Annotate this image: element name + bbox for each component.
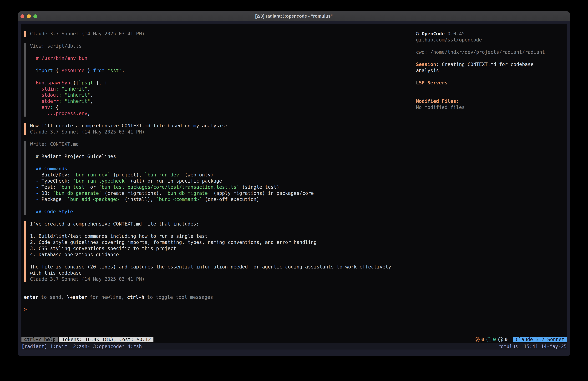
text-segment: or [87, 184, 99, 190]
text-segment: Build/Dev: [39, 172, 73, 178]
text-line: LSP Servers [416, 80, 567, 86]
text-segment: (web only) [182, 172, 213, 178]
window-title: [2/3] radiant:3:opencode - "romulus" [255, 14, 333, 19]
text-line: 1. Build/lint/test commands including ho… [30, 233, 397, 239]
tool-output-block: Write: CONTEXT.md # Radiant Project Guid… [24, 141, 397, 215]
text-line: #!/usr/bin/env bun [30, 55, 397, 61]
text-segment: 3. CSS styling conventions specific to t… [30, 246, 176, 251]
text-segment: (create migrations), [102, 190, 165, 196]
text-line: github.com/sst/opencode [416, 37, 567, 43]
text-line [416, 74, 567, 80]
tmux-window-list[interactable]: [radiant] 1:nvim 2:zsh- 3:opencode* 4:zs… [21, 343, 142, 350]
input-divider [21, 303, 567, 303]
text-segment [30, 178, 36, 184]
tmux-session-info: "romulus" 15:41 14-May-25 [495, 343, 567, 350]
text-line [30, 74, 397, 80]
model-chip[interactable]: Claude 3.7 Sonnet [513, 336, 567, 342]
input-empty-space[interactable] [21, 312, 567, 336]
text-line [416, 43, 567, 49]
prompt-input[interactable]: > [21, 306, 567, 312]
text-segment: - [36, 178, 39, 184]
keybind-help-text: enter to send, \+enter for newline, ctrl… [21, 294, 567, 300]
text-segment [30, 105, 42, 110]
text-segment: (project), [110, 172, 145, 178]
text-segment: ctrl+h [127, 294, 144, 300]
text-segment: LSP Servers [416, 80, 447, 86]
text-segment: ...process.env [47, 111, 87, 116]
text-line: env: { [30, 104, 397, 111]
text-segment: from [93, 68, 105, 73]
text-line [30, 61, 397, 67]
text-segment: (all) or run in specific package [127, 178, 222, 184]
text-segment: "inherit" [64, 98, 90, 104]
text-segment: TypeCheck: [39, 178, 73, 184]
text-line: - Test: `bun test` or `bun test packages… [30, 184, 397, 190]
text-segment: import [36, 68, 53, 73]
prompt-caret: > [24, 307, 27, 312]
tokens-cost-chip: Tokens: 16.4K (8%), Cost: $0.12 [59, 336, 153, 342]
text-segment: View: script/db.ts [30, 43, 82, 49]
diagnostic-warnings: ⓦ0 [475, 336, 484, 343]
window-titlebar: [2/3] radiant:3:opencode - "romulus" [18, 11, 570, 21]
text-segment: Creating CONTEXT.md for codebase [442, 62, 533, 67]
text-line: cwd: /home/thdxr/dev/projects/radiant/ra… [416, 49, 567, 55]
text-segment: Claude 3.7 Sonnet (14 May 2025 03:41 PM) [30, 31, 145, 37]
text-line: stderr: "inherit", [30, 98, 397, 104]
text-segment: 2. Code style guidelines covering import… [30, 240, 316, 245]
text-line: - Build/Dev: `bun run dev` (project), `b… [30, 172, 397, 178]
text-line [30, 202, 397, 209]
maximize-button[interactable] [33, 14, 37, 18]
text-segment: `bun add <package>` [67, 197, 122, 202]
text-segment: : [436, 62, 442, 67]
text-line: with this codebase. [30, 270, 397, 276]
text-segment: `bunx <command>` [156, 197, 202, 202]
text-segment: Write: CONTEXT.md [30, 141, 79, 147]
help-shortcut-chip[interactable]: ctrl+? help [21, 336, 58, 342]
text-segment: github.com/sst/opencode [416, 37, 482, 43]
text-line: Claude 3.7 Sonnet (14 May 2025 03:41 PM) [30, 31, 397, 37]
text-segment [30, 184, 36, 190]
text-segment: (apply migrations) in packages/core [210, 190, 314, 196]
text-segment [62, 98, 64, 104]
assistant-message-block: I've created a comprehensive CONTEXT.md … [24, 221, 397, 282]
text-segment: Bun [36, 80, 44, 86]
assistant-message-block: Now I'll create a comprehensive CONTEXT.… [24, 123, 397, 135]
text-line [30, 258, 397, 264]
text-line: 2. Code style guidelines covering import… [30, 239, 397, 246]
text-line: Now I'll create a comprehensive CONTEXT.… [30, 123, 397, 129]
text-line [416, 86, 567, 92]
text-segment: Package: [39, 197, 67, 202]
text-segment: to toggle tool messages [144, 294, 213, 300]
text-segment [30, 111, 47, 116]
text-line: enter to send, \+enter for newline, ctrl… [24, 294, 567, 300]
text-segment [30, 92, 42, 98]
status-bar: ctrl+? help Tokens: 16.4K (8%), Cost: $0… [21, 336, 567, 342]
close-button[interactable] [21, 14, 24, 18]
text-segment: "sst" [107, 68, 122, 73]
text-segment: Modified Files: [416, 98, 459, 104]
diagnostic-hints: ⓗ0 [498, 336, 508, 343]
text-segment: stdout [42, 92, 59, 98]
text-segment: stderr [42, 98, 59, 104]
text-line: ## Commands [30, 166, 397, 172]
text-segment: , [90, 98, 93, 104]
text-line: Write: CONTEXT.md [30, 141, 397, 147]
text-segment: (one-off execution) [202, 197, 259, 202]
text-segment: `bun run dev` [73, 172, 110, 178]
text-segment: 1. Build/lint/test commands including ho… [30, 233, 208, 239]
text-line: analysis [416, 67, 567, 74]
text-segment: for newline, [87, 294, 127, 300]
text-segment: - [36, 190, 39, 196]
text-line: stdout: "inherit", [30, 92, 397, 98]
text-segment: "inherit" [64, 92, 90, 98]
text-segment: \+enter [67, 294, 87, 300]
text-line: Modified Files: [416, 98, 567, 104]
text-segment: "inherit" [62, 86, 87, 92]
terminal-window: [2/3] radiant:3:opencode - "romulus" Cla… [18, 11, 570, 356]
text-segment: Claude 3.7 Sonnet (14 May 2025 03:41 PM) [30, 276, 145, 282]
minimize-button[interactable] [27, 14, 31, 18]
text-segment: `bun test packages/core/test/transaction… [99, 184, 239, 190]
text-segment: No modified files [416, 105, 465, 110]
text-line [30, 147, 397, 153]
text-segment: The file is concise (20 lines) and captu… [30, 264, 391, 269]
